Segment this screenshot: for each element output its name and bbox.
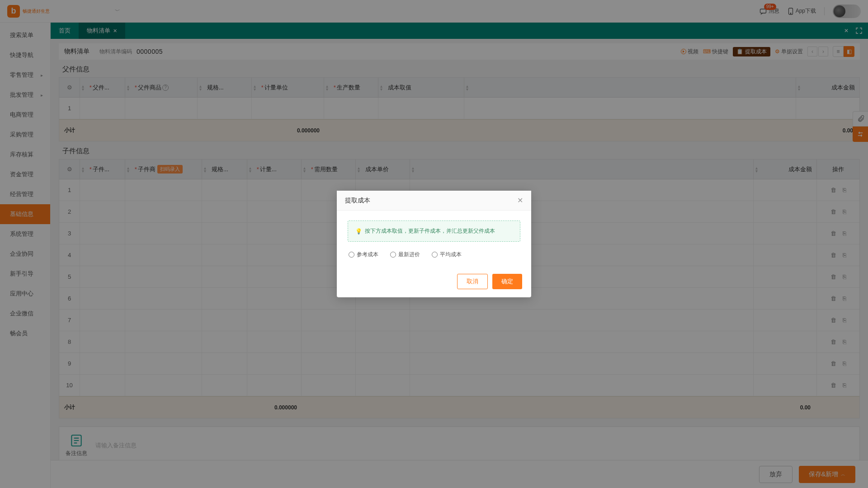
modal-hint-text: 按下方成本取值，更新子件成本，并汇总更新父件成本 [365,227,495,235]
radio-input[interactable] [349,252,354,258]
radio-input[interactable] [390,252,396,258]
radio-option[interactable]: 最新进价 [390,251,420,258]
modal-header: 提取成本 ✕ [337,191,531,211]
radio-option[interactable]: 平均成本 [432,251,462,258]
bulb-icon: 💡 [355,228,362,235]
modal-title: 提取成本 [345,197,370,205]
modal-radio-group: 参考成本最新进价平均成本 [349,251,519,258]
modal-hint: 💡 按下方成本取值，更新子件成本，并汇总更新父件成本 [348,221,520,242]
modal-footer: 取消 确定 [337,267,531,297]
radio-label: 平均成本 [440,251,462,258]
radio-input[interactable] [432,252,438,258]
modal-body: 💡 按下方成本取值，更新子件成本，并汇总更新父件成本 参考成本最新进价平均成本 [337,211,531,267]
radio-option[interactable]: 参考成本 [349,251,378,258]
button-label: 取消 [467,278,478,285]
ok-button[interactable]: 确定 [492,274,522,289]
close-icon[interactable]: ✕ [517,196,523,205]
button-label: 确定 [501,278,513,285]
extract-cost-modal: 提取成本 ✕ 💡 按下方成本取值，更新子件成本，并汇总更新父件成本 参考成本最新… [337,191,531,297]
radio-label: 最新进价 [398,251,420,258]
cancel-button[interactable]: 取消 [457,274,488,289]
radio-label: 参考成本 [357,251,378,258]
